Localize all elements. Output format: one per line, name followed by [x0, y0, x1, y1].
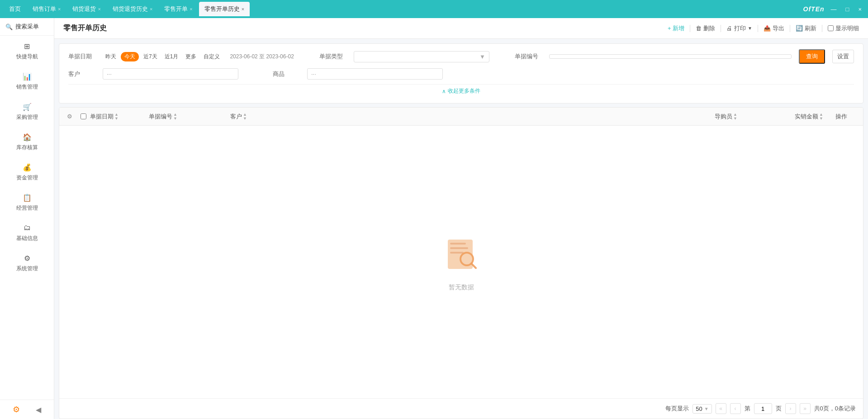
- sidebar-item-operations[interactable]: 📋 经营管理: [0, 187, 54, 217]
- tab-sales-order[interactable]: 销售订单 ×: [27, 2, 66, 16]
- per-page-label: 每页显示: [665, 405, 689, 413]
- collapse-button[interactable]: ∧ 收起更多条件: [68, 84, 854, 98]
- col-guide-sort[interactable]: ▲▼: [733, 113, 737, 121]
- select-all-input[interactable]: [81, 113, 86, 119]
- page-next-btn[interactable]: ›: [785, 403, 796, 414]
- date-yesterday[interactable]: 昨天: [103, 52, 119, 61]
- page-label-after: 页: [776, 405, 782, 413]
- quick-nav-icon: ⊞: [22, 41, 32, 51]
- sidebar-item-base-info[interactable]: 🗂 基础信息: [0, 217, 54, 248]
- col-header-guide[interactable]: 导购员 ▲▼: [715, 113, 769, 121]
- select-all-checkbox[interactable]: [76, 113, 90, 119]
- page-prev-btn[interactable]: ‹: [730, 403, 741, 414]
- customer-input[interactable]: ···: [103, 68, 238, 80]
- page-title: 零售开单历史: [63, 24, 107, 33]
- sidebar-settings-icon[interactable]: ⚙: [13, 405, 20, 414]
- collapse-label: 收起更多条件: [448, 87, 480, 95]
- tab-sales-return-history-close[interactable]: ×: [150, 6, 152, 12]
- tab-home[interactable]: 首页: [4, 2, 26, 16]
- export-button[interactable]: 📤 导出: [764, 24, 784, 33]
- delete-icon: 🗑: [696, 25, 702, 32]
- sidebar-collapse-icon[interactable]: ◀: [36, 405, 41, 414]
- brand-label: OfTEn: [803, 5, 825, 13]
- col-date-label: 单据日期: [90, 113, 114, 121]
- setting-button[interactable]: 设置: [832, 50, 854, 63]
- date-custom[interactable]: 自定义: [201, 52, 223, 61]
- col-num-sort[interactable]: ▲▼: [173, 113, 177, 121]
- page-size-arrow: ▼: [704, 406, 709, 411]
- date-range: 2023-06-02 至 2023-06-02: [230, 53, 294, 61]
- sidebar-search[interactable]: 🔍 搜索采单: [0, 18, 54, 36]
- show-detail-checkbox[interactable]: 显示明细: [828, 24, 859, 33]
- col-header-amount[interactable]: 实销金额 ▲▼: [769, 113, 823, 121]
- search-icon: 🔍: [5, 24, 13, 30]
- col-date-sort[interactable]: ▲▼: [114, 113, 119, 121]
- query-button[interactable]: 查询: [799, 49, 825, 64]
- tab-retail-open-history[interactable]: 零售开单历史 ×: [199, 2, 250, 16]
- page-header: 零售开单历史 + 新增 🗑 删除 🖨 打印 ▼ 📤 导出: [54, 18, 868, 39]
- finance-icon: 💰: [22, 162, 32, 172]
- delete-button[interactable]: 🗑 删除: [696, 24, 715, 33]
- sidebar-item-sales[interactable]: 📊 销售管理: [0, 66, 54, 96]
- tab-retail-open[interactable]: 零售开单 ×: [159, 2, 198, 16]
- filter-row-1: 单据日期 昨天 今天 近7天 近1月 更多 自定义 2023-06-02 至 2…: [68, 49, 854, 64]
- doc-type-select[interactable]: ▼: [354, 51, 489, 62]
- date-today[interactable]: 今天: [121, 52, 139, 61]
- svg-rect-2: [450, 247, 468, 249]
- sidebar-item-quick-nav[interactable]: ⊞ 快捷导航: [0, 36, 54, 66]
- purchase-icon: 🛒: [22, 102, 32, 112]
- page-total: 共0页，0条记录: [814, 405, 856, 413]
- customer-value: ···: [107, 71, 234, 77]
- tab-sales-return[interactable]: 销货退货 ×: [67, 2, 106, 16]
- sidebar-item-finance[interactable]: 💰 资金管理: [0, 157, 54, 187]
- doc-num-input[interactable]: [549, 54, 792, 59]
- page-size-select[interactable]: 50 ▼: [693, 404, 711, 414]
- inventory-icon: 🏠: [22, 132, 32, 142]
- tab-sales-return-label: 销货退货: [72, 5, 96, 13]
- col-header-date[interactable]: 单据日期 ▲▼: [90, 113, 149, 121]
- show-detail-input[interactable]: [828, 25, 834, 31]
- add-button[interactable]: + 新增: [668, 24, 684, 33]
- col-header-customer[interactable]: 客户 ▲▼: [230, 113, 715, 121]
- goods-input[interactable]: ···: [307, 68, 443, 80]
- tab-sales-return-history-label: 销货退货历史: [113, 5, 148, 13]
- filter-row-2: 客户 ··· 商品 ···: [68, 68, 854, 80]
- sidebar-item-inventory[interactable]: 🏠 库存核算: [0, 127, 54, 157]
- sidebar-item-inventory-label: 库存核算: [16, 144, 38, 151]
- refresh-icon: 🔄: [796, 25, 803, 32]
- sidebar-item-purchase[interactable]: 🛒 采购管理: [0, 96, 54, 127]
- window-minimize[interactable]: —: [828, 6, 840, 13]
- page-number-input[interactable]: [754, 403, 772, 414]
- goods-label: 商品: [273, 70, 300, 78]
- tab-retail-open-history-close[interactable]: ×: [242, 6, 244, 12]
- toolbar-divider2: [721, 25, 721, 32]
- window-maximize[interactable]: □: [843, 6, 852, 13]
- page-first-btn[interactable]: «: [716, 403, 726, 414]
- date-more[interactable]: 更多: [183, 52, 199, 61]
- col-header-number[interactable]: 单据编号 ▲▼: [149, 113, 230, 121]
- sidebar-item-base-info-label: 基础信息: [16, 235, 38, 242]
- system-icon: ⚙: [22, 253, 32, 263]
- tab-retail-open-close[interactable]: ×: [190, 6, 192, 12]
- base-info-icon: 🗂: [22, 223, 32, 233]
- print-button[interactable]: 🖨 打印 ▼: [726, 24, 752, 33]
- tab-sales-order-close[interactable]: ×: [58, 6, 61, 12]
- refresh-button[interactable]: 🔄 刷新: [796, 24, 816, 33]
- col-customer-sort[interactable]: ▲▼: [243, 113, 247, 121]
- page-last-btn[interactable]: »: [800, 403, 811, 414]
- date-week[interactable]: 近7天: [141, 52, 160, 61]
- date-month[interactable]: 近1月: [162, 52, 181, 61]
- col-amount-sort[interactable]: ▲▼: [819, 113, 823, 121]
- table-settings-icon[interactable]: ⚙: [63, 113, 76, 120]
- window-close[interactable]: ×: [855, 6, 864, 13]
- customer-label: 客户: [68, 70, 95, 78]
- toolbar: + 新增 🗑 删除 🖨 打印 ▼ 📤 导出: [668, 24, 859, 33]
- col-header-action: 操作: [823, 113, 859, 121]
- window-controls: OfTEn — □ ×: [803, 5, 864, 13]
- export-icon: 📤: [764, 25, 771, 32]
- tab-sales-return-history[interactable]: 销货退货历史 ×: [107, 2, 158, 16]
- sidebar: 🔍 搜索采单 ⊞ 快捷导航 📊 销售管理 🛒 采购管理 🏠 库存核算 💰 资金管…: [0, 18, 54, 419]
- sidebar-item-system[interactable]: ⚙ 系统管理: [0, 248, 54, 278]
- tab-sales-return-close[interactable]: ×: [98, 6, 100, 12]
- toolbar-divider1: [690, 25, 690, 32]
